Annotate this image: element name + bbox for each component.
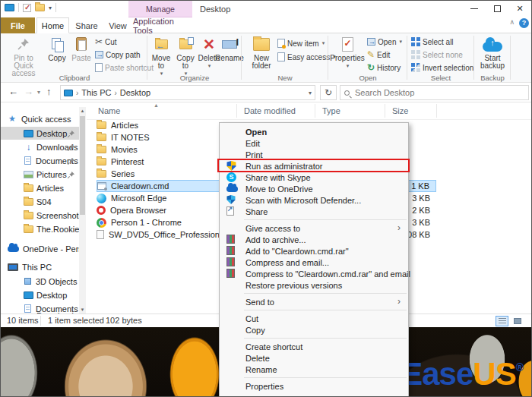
history-button[interactable]: ↻ History [367,62,401,73]
move-to-button[interactable]: ← Move to▾ [150,35,173,77]
menu-item-move-to-onedrive[interactable]: Move to OneDrive [220,183,408,194]
address-bar[interactable]: › This PC › Desktop ▾ [60,85,315,100]
select-none-button[interactable]: Select none [411,49,463,60]
ribbon-tab-bar: File Home Share View Application Tools ∧… [1,17,532,33]
start-backup-button[interactable]: Start backup [477,35,508,70]
rename-button[interactable]: Rename [218,35,241,62]
delete-button[interactable]: ✕ Delete▾ [198,35,220,70]
pin-to-quick-access-button[interactable]: Pin to Quick access [4,35,43,77]
menu-item-rename[interactable]: Rename [220,364,408,375]
sidebar-item-desktop[interactable]: Desktop [1,127,79,140]
menu-item-properties[interactable]: Properties [220,380,408,392]
search-box[interactable] [340,85,529,100]
tab-application-tools[interactable]: Application Tools [133,17,191,33]
new-folder-button[interactable]: New folder [249,35,274,70]
edit-button[interactable]: ✎ Edit [367,49,390,60]
close-button[interactable]: ✕ [508,1,531,16]
menu-item-edit[interactable]: Edit [220,137,408,149]
sidebar-item-the-rookie[interactable]: The.Rookie.S01.0 [1,222,79,235]
menu-item-share-with-skype[interactable]: Share with Skype [220,172,408,183]
tab-file[interactable]: File [1,17,35,33]
title-bar: ▾ Manage Desktop ✕ [1,1,532,17]
scrollbar-thumb[interactable] [80,116,85,215]
tab-share[interactable]: Share [71,17,103,33]
manage-contextual-tab-header[interactable]: Manage [128,1,192,17]
menu-item-add-to-archive[interactable]: Add to archive... [220,234,408,245]
selection-count: 1 item selected [48,316,104,325]
back-arrow-icon[interactable]: ← [8,86,18,97]
new-item-button[interactable]: New item▾ [277,38,325,49]
items-count: 10 items [7,316,39,325]
sidebar-item-articles[interactable]: Articles [1,181,79,194]
large-icons-view-toggle[interactable] [511,316,524,326]
sidebar-item-screenshots[interactable]: Screenshots [1,209,79,222]
menu-item-restore-previous-versions[interactable]: Restore previous versions [220,279,408,291]
column-header-type[interactable]: Type [322,106,340,115]
menu-item-compress-and-email[interactable]: Compress and email... [220,257,408,268]
sidebar-item-onedrive[interactable]: OneDrive - Person [1,242,79,255]
menu-item-create-shortcut[interactable]: Create shortcut [220,341,408,352]
scroll-up-icon[interactable]: ▲ [79,107,86,115]
properties-button[interactable]: Properties▾ [331,35,364,70]
sidebar-item-downloads[interactable]: Downloads [1,140,79,153]
forward-arrow-icon[interactable]: → [24,86,33,97]
tab-view[interactable]: View [104,17,131,33]
tab-home[interactable]: Home [36,17,69,33]
registered-mark: ® [516,361,524,373]
rename-icon [222,40,237,49]
easeus-watermark: EaseUS® [401,351,524,390]
menu-item-open[interactable]: Open [220,126,408,137]
divider [55,3,56,12]
folder-icon [24,212,33,219]
copy-button[interactable]: Copy [45,35,69,62]
menu-item-compress-to-rar-and-email[interactable]: Compress to "Cleardown.cmd.rar" and emai… [220,268,408,279]
sidebar-item-documents[interactable]: Documents [1,154,79,167]
column-header-size[interactable]: Size [392,106,408,115]
breadcrumb-desktop[interactable]: Desktop [120,88,150,97]
menu-item-scan-with-defender[interactable]: Scan with Microsoft Defender... [220,194,408,206]
edge-browser-icon [97,194,106,203]
select-all-button[interactable]: Select all [411,36,454,47]
menu-item-copy[interactable]: Copy [220,324,408,336]
sidebar-item-this-pc[interactable]: This PC [1,260,79,273]
column-header-name[interactable]: Name [98,106,120,115]
copy-path-button[interactable]: Copy path [95,49,141,60]
menu-item-send-to[interactable]: Send to› [220,296,408,307]
menu-item-print[interactable]: Print [220,149,408,160]
scroll-down-icon[interactable]: ▼ [79,306,86,314]
column-header-date-modified[interactable]: Date modified [244,106,296,115]
qat-new-folder-icon[interactable] [35,4,45,11]
paste-button[interactable]: Paste [69,35,93,62]
help-icon[interactable]: ? [519,18,529,28]
menu-item-cut[interactable]: Cut [220,313,408,324]
menu-item-delete[interactable]: Delete [220,352,408,364]
copy-to-button[interactable]: Copy to▾ [174,35,197,77]
breadcrumb-this-pc[interactable]: This PC [81,88,111,97]
qat-properties-icon[interactable] [23,4,31,12]
up-arrow-icon[interactable]: ↑ [46,86,52,97]
address-dropdown-caret-icon[interactable]: ▾ [309,90,312,96]
backup-cloud-icon [483,42,502,52]
open-button[interactable]: Open▾ [367,36,402,47]
sidebar-item-3d-objects[interactable]: 3D Objects [1,275,79,288]
paste-shortcut-button[interactable]: Paste shortcut [95,62,154,73]
search-input[interactable] [353,87,524,98]
details-view-toggle[interactable] [496,316,508,326]
recent-locations-caret-icon[interactable]: ▾ [37,89,40,96]
sidebar-item-pictures[interactable]: Pictures [1,168,79,181]
menu-item-give-access-to[interactable]: Give access to› [220,222,408,234]
collapse-ribbon-icon[interactable]: ∧ [509,18,515,26]
menu-item-run-as-administrator[interactable]: Run as administrator [220,160,408,172]
menu-item-share[interactable]: Share [220,206,408,217]
menu-item-add-to-cleardown-rar[interactable]: Add to "Cleardown.cmd.rar" [220,245,408,257]
sidebar-scrollbar[interactable]: ▲ ▼ [79,107,86,314]
maximize-button[interactable] [486,1,508,16]
sidebar-item-desktop-2[interactable]: Desktop [1,288,79,301]
invert-selection-button[interactable]: Invert selection [411,62,473,73]
cut-button[interactable]: ✂ Cut [95,36,117,47]
qat-customize-caret-icon[interactable]: ▾ [49,5,52,11]
minimize-button[interactable] [463,1,486,16]
refresh-icon[interactable]: ↻ [320,85,337,100]
sidebar-item-s04[interactable]: S04 [1,195,79,208]
sidebar-item-quick-access[interactable]: Quick access [1,112,79,125]
